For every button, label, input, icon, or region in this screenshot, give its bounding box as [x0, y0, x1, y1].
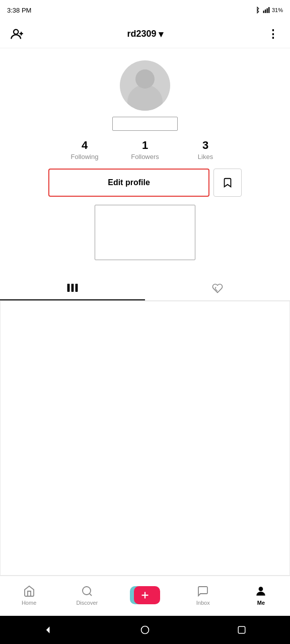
plus-icon [139, 590, 151, 601]
nav-me[interactable]: Me [232, 585, 290, 606]
discover-label: Discover [76, 600, 98, 606]
add-person-icon [10, 27, 24, 41]
likes-stat[interactable]: 3 Likes [175, 139, 236, 160]
home-label: Home [22, 600, 36, 606]
following-stat[interactable]: 4 Following [54, 139, 115, 160]
system-navigation-bar [0, 616, 290, 644]
followers-count: 1 [142, 139, 148, 152]
svg-rect-8 [71, 284, 74, 292]
edit-profile-label: Edit profile [108, 178, 150, 187]
svg-point-16 [141, 626, 149, 634]
content-area [0, 301, 290, 576]
battery-display: 31% [272, 7, 283, 13]
likes-label: Likes [198, 153, 213, 160]
home-icon [23, 585, 36, 598]
followers-stat[interactable]: 1 Followers [115, 139, 175, 160]
svg-rect-3 [268, 7, 269, 13]
avatar [120, 60, 170, 111]
svg-point-14 [259, 587, 263, 591]
status-time: 3:38 PM [7, 7, 31, 14]
svg-rect-9 [76, 284, 78, 292]
bookmark-button[interactable] [213, 169, 242, 197]
heart-icon [211, 283, 224, 294]
stats-row: 4 Following 1 Followers 3 Likes [8, 139, 282, 160]
tab-posts[interactable] [0, 276, 145, 300]
content-tabs [0, 276, 290, 301]
status-icons: 31% [254, 7, 283, 14]
svg-rect-17 [238, 626, 245, 633]
dropdown-icon: ▾ [159, 29, 163, 40]
me-label: Me [257, 600, 265, 606]
back-button[interactable] [41, 623, 55, 637]
time-display: 3:38 PM [7, 7, 31, 14]
profile-section: 4 Following 1 Followers 3 Likes Edit pro… [0, 48, 290, 272]
bluetooth-icon [254, 7, 261, 14]
profile-username-nav[interactable]: rd2309 ▾ [127, 29, 163, 40]
svg-rect-1 [265, 10, 266, 13]
svg-marker-15 [46, 626, 50, 633]
more-icon: ⋮ [267, 28, 278, 41]
username-label: rd2309 [127, 29, 156, 39]
following-label: Following [71, 153, 99, 160]
home-button[interactable] [138, 623, 152, 637]
action-buttons-row: Edit profile [8, 169, 282, 197]
svg-line-11 [89, 593, 91, 595]
likes-count: 3 [202, 139, 208, 152]
inbox-icon [196, 585, 209, 598]
bottom-navigation: Home Discover Inbox [0, 576, 290, 616]
nav-home[interactable]: Home [0, 585, 58, 606]
followers-label: Followers [131, 153, 159, 160]
create-button[interactable] [132, 586, 158, 604]
nav-discover[interactable]: Discover [58, 585, 116, 606]
bookmark-icon [222, 177, 233, 188]
signal-icon [263, 7, 270, 14]
svg-rect-7 [67, 284, 70, 292]
discover-icon [81, 585, 94, 598]
svg-point-10 [83, 587, 91, 595]
top-navigation: rd2309 ▾ ⋮ [0, 20, 290, 48]
more-options-button[interactable]: ⋮ [264, 25, 282, 43]
nav-create[interactable] [116, 586, 174, 604]
nav-inbox[interactable]: Inbox [174, 585, 232, 606]
svg-point-4 [14, 29, 18, 34]
svg-rect-2 [267, 9, 268, 13]
status-bar: 3:38 PM 31% [0, 0, 290, 20]
bio-placeholder-box [95, 205, 195, 260]
username-placeholder-box [112, 117, 178, 131]
grid-icon [66, 283, 79, 293]
svg-rect-0 [263, 11, 264, 13]
tab-liked[interactable] [145, 276, 290, 300]
following-count: 4 [82, 139, 88, 152]
me-icon [254, 585, 267, 598]
recents-button[interactable] [235, 623, 249, 637]
inbox-label: Inbox [196, 600, 210, 606]
add-user-button[interactable] [8, 25, 26, 43]
edit-profile-button[interactable]: Edit profile [48, 169, 209, 197]
avatar-head [135, 69, 155, 89]
